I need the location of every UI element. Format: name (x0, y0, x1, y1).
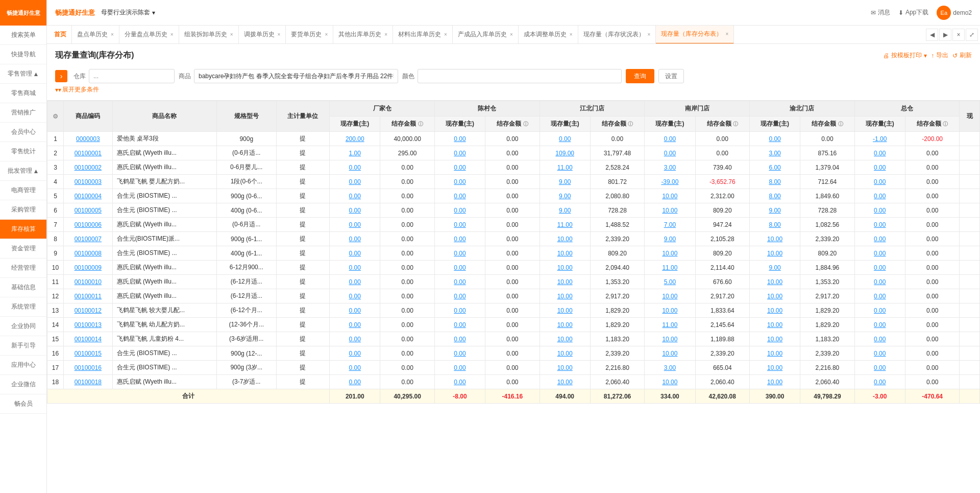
cell-code: 00100003 (64, 175, 113, 189)
tabs-prev-btn[interactable]: ◀ (926, 29, 938, 41)
cell-chencun-amt: 0.00 (485, 275, 540, 289)
sidebar-item-system[interactable]: 系统管理 (0, 297, 46, 317)
sidebar-item-marketing[interactable]: 营销推广 (0, 103, 46, 123)
warehouse-input[interactable] (89, 69, 175, 83)
cell-idx: 14 (47, 318, 64, 332)
sidebar-item-purchase[interactable]: 采购管理 (0, 200, 46, 220)
cell-total-amt: 0.00 (905, 175, 959, 189)
cell-now (960, 246, 980, 261)
tab-material-out[interactable]: 材料出库单历史 × (393, 26, 453, 44)
tabs-close-btn[interactable]: × (952, 29, 965, 41)
col-settings[interactable]: ⚙ (47, 101, 64, 132)
cell-changjia-amt: 0.00 (380, 189, 434, 203)
sidebar-item-wechat[interactable]: 企业微信 (0, 375, 46, 394)
cell-jiangbei-amt: 0.00 (590, 132, 644, 146)
tabs-expand-btn[interactable]: ⤢ (966, 29, 978, 41)
store-selector[interactable]: 母婴行业演示陈套 ▾ (101, 8, 155, 17)
sidebar-item-apps[interactable]: 应用中心 (0, 356, 46, 375)
close-tab-inventory-check[interactable]: × (111, 32, 114, 37)
cell-changjia-qty: 0.00 (330, 189, 380, 203)
cell-now (960, 232, 980, 246)
setting-btn[interactable]: 设置 (658, 69, 684, 83)
user-menu[interactable]: Ea demo2 (937, 6, 972, 20)
cell-nanan-qty: -39.00 (645, 175, 695, 189)
cell-total-amt: 0.00 (905, 332, 959, 346)
cell-chencun-amt: 0.00 (485, 132, 540, 146)
sidebar-item-search[interactable]: 搜索英单 (0, 26, 46, 45)
close-tab-stock-dist[interactable]: × (725, 31, 728, 37)
summary-total-amt: -470.64 (905, 389, 959, 404)
sidebar-item-mall[interactable]: 零售商城 (0, 84, 46, 103)
cell-spec: 900g (6-1... (217, 232, 276, 246)
cell-nanan-amt: 739.40 (695, 160, 749, 175)
sidebar-item-basic[interactable]: 基础信息 (0, 278, 46, 297)
cell-jiangbei-amt: 2,060.40 (590, 375, 644, 389)
cell-total-amt: 0.00 (905, 318, 959, 332)
tab-inventory-check[interactable]: 盘点单历史 × (72, 26, 119, 44)
cell-nanan-qty: 10.00 (645, 346, 695, 361)
color-input[interactable] (418, 69, 622, 83)
close-tab-assemble[interactable]: × (230, 32, 233, 37)
tab-cost-adj[interactable]: 成本调整单历史 × (519, 26, 578, 44)
close-tab-product-in[interactable]: × (510, 32, 513, 37)
close-tab-stock-status[interactable]: × (648, 32, 651, 37)
app-download-btn[interactable]: ⬇ App下载 (898, 8, 928, 17)
sidebar-item-guide[interactable]: 新手引导 (0, 336, 46, 356)
expand-arrow-btn[interactable]: › (55, 70, 67, 82)
tab-split-inventory[interactable]: 分量盘点单历史 × (119, 26, 179, 44)
tab-purchase-order[interactable]: 要货单历史 × (286, 26, 333, 44)
close-tab-cost-adj[interactable]: × (570, 32, 573, 37)
tab-stock-status[interactable]: 现存量（库存状况表） × (578, 26, 656, 44)
sidebar-item-inventory[interactable]: 库存核算 (0, 220, 46, 239)
sidebar-item-retail-stats[interactable]: 零售统计 (0, 142, 46, 161)
cell-spec: 900g (217, 132, 276, 146)
tab-product-in[interactable]: 产成品入库单历史 × (453, 26, 519, 44)
sidebar-item-ecommerce[interactable]: 电商管理 (0, 181, 46, 200)
cell-idx: 12 (47, 289, 64, 303)
col-yubei-header: 渝北门店 (749, 101, 854, 116)
print-btn[interactable]: 🖨 按模板打印 ▾ (883, 51, 927, 60)
sidebar-item-nav[interactable]: 快捷导航 (0, 45, 46, 64)
cell-changjia-qty: 0.00 (330, 275, 380, 289)
cell-code: 00100002 (64, 160, 113, 175)
cell-chencun-qty: 0.00 (434, 175, 485, 189)
cell-nanan-amt: 2,145.64 (695, 318, 749, 332)
tab-transfer[interactable]: 调拨单历史 × (239, 26, 286, 44)
close-tab-other-out[interactable]: × (384, 32, 387, 37)
col-nanan-header: 南岸门店 (645, 101, 750, 116)
cell-yubei-qty: 10.00 (749, 332, 800, 346)
cell-jiangbei-qty: 10.00 (540, 346, 590, 361)
tab-other-out[interactable]: 其他出库单历史 × (333, 26, 393, 44)
cell-spec: (6-12个月... (217, 303, 276, 318)
close-tab-purchase-order[interactable]: × (325, 32, 328, 37)
tabs-next-btn[interactable]: ▶ (939, 29, 951, 41)
goods-input[interactable] (194, 69, 398, 83)
sidebar-item-wholesale[interactable]: 批发管理 ▲ (0, 161, 46, 181)
cell-jiangbei-qty: 10.00 (540, 361, 590, 375)
export-btn[interactable]: ↑ 导出 (931, 51, 948, 60)
refresh-btn[interactable]: ↺ 刷新 (952, 51, 972, 60)
cell-chencun-amt: 0.00 (485, 375, 540, 389)
cell-yubei-amt: 1,829.20 (800, 318, 854, 332)
cell-idx: 15 (47, 332, 64, 346)
close-tab-material-out[interactable]: × (444, 32, 447, 37)
tab-assemble[interactable]: 组装拆卸单历史 × (179, 26, 239, 44)
close-tab-split-inventory[interactable]: × (170, 32, 174, 37)
tab-home[interactable]: 首页 (49, 26, 72, 44)
cell-code: 00100012 (64, 303, 113, 318)
query-btn[interactable]: 查询 (626, 69, 654, 83)
sidebar-item-vip[interactable]: 畅会员 (0, 394, 46, 414)
expand-conditions[interactable]: ▾▾ 展开更多条件 (55, 85, 972, 94)
settings-icon[interactable]: ⚙ (53, 113, 58, 120)
tab-stock-dist[interactable]: 现存量（库存分布表） × (656, 26, 734, 44)
close-tab-transfer[interactable]: × (278, 32, 281, 37)
cell-yubei-qty: 9.00 (749, 203, 800, 218)
sidebar-item-finance[interactable]: 资金管理 (0, 239, 46, 259)
table-row: 9 00100008 合生元 (BIOSTIME) ... 400g (6-1.… (47, 246, 980, 261)
sidebar-item-operation[interactable]: 经营管理 (0, 259, 46, 278)
sidebar-item-retail[interactable]: 零售管理 ▲ (0, 64, 46, 84)
sidebar-item-enterprise[interactable]: 企业协同 (0, 317, 46, 336)
message-btn[interactable]: ✉ 消息 (871, 8, 890, 17)
cell-total-qty: 0.00 (854, 203, 905, 218)
sidebar-item-member[interactable]: 会员中心 (0, 123, 46, 142)
